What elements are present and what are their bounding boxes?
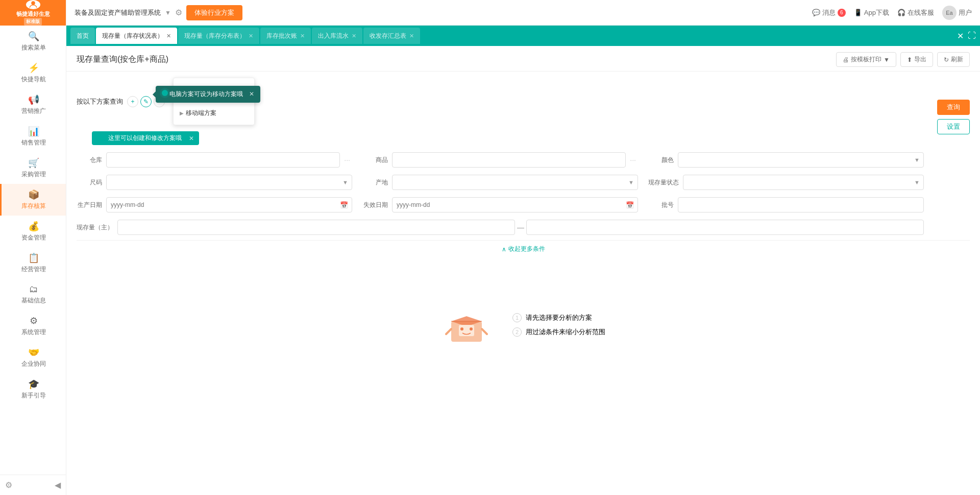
app-download-item[interactable]: 📱 App下载 [854, 8, 889, 17]
filter-size: 尺码 ▼ [77, 175, 352, 190]
page-title: 现存量查询(按仓库+商品) [77, 54, 168, 65]
goods-more-btn[interactable]: ··· [628, 156, 638, 164]
set-btn[interactable]: 设置 [937, 119, 970, 134]
warehouse-more-btn[interactable]: ··· [342, 156, 352, 164]
sidebar-item-finance[interactable]: 💰 资金管理 [0, 216, 66, 247]
sidebar-item-purchase[interactable]: 🛒 采购管理 [0, 152, 66, 184]
tab-receive-summary-label: 收发存汇总表 [370, 32, 406, 40]
online-support-item[interactable]: 🎧 在线客服 [897, 8, 934, 17]
tab-receive-summary[interactable]: 收发存汇总表 ✕ [363, 28, 420, 44]
basic-icon: 🗂 [29, 284, 38, 295]
avatar: Ea [942, 6, 957, 20]
range-separator: — [517, 223, 524, 231]
tab-fullscreen[interactable]: ⛶ [968, 31, 976, 41]
collapse-bar[interactable]: ∧ 收起更多条件 [77, 240, 970, 257]
tab-inout-flow-close[interactable]: ✕ [352, 33, 356, 39]
export-btn[interactable]: ⬆ 导出 [900, 52, 933, 67]
warehouse-input[interactable] [106, 152, 340, 168]
production-date-label: 生产日期 [77, 201, 102, 209]
filter-label: 按以下方案查询 [77, 97, 123, 106]
system-dropdown[interactable]: ▼ [165, 9, 171, 16]
enterprise-icon: 🤝 [28, 347, 39, 358]
stock-status-select[interactable] [683, 175, 924, 190]
tab-receive-summary-close[interactable]: ✕ [409, 33, 414, 39]
step-circle-1: 1 [512, 313, 522, 322]
tab-stock-status[interactable]: 现存量（库存状况表） ✕ [96, 28, 177, 44]
production-date-from[interactable] [106, 197, 352, 213]
sidebar-item-sales[interactable]: 📊 销售管理 [0, 121, 66, 152]
svg-point-6 [470, 327, 473, 331]
top-header: 装备及固定资产辅助管理系统 ▼ ⚙ 体验行业方案 💬 消息 6 📱 App下载 … [66, 0, 980, 26]
origin-select[interactable] [392, 175, 638, 190]
sidebar-item-basic[interactable]: 🗂 基础信息 [0, 279, 66, 310]
sidebar-item-quicknav[interactable]: ⚡ 快捷导航 [0, 57, 66, 89]
stock-status-select-wrap: ▼ [683, 175, 924, 190]
goods-input[interactable] [392, 152, 626, 168]
search-icon: 🔍 [28, 31, 39, 42]
tooltip-close-2[interactable]: ✕ [189, 135, 194, 142]
stock-main-from[interactable] [117, 220, 515, 235]
tooltip2-container: 这里可以创建和修改方案哦 ✕ [87, 131, 970, 145]
edit-icon: ✎ [143, 98, 149, 105]
expiry-date-input[interactable] [392, 197, 638, 213]
template-print-btn[interactable]: 🖨 按模板打印 ▼ [836, 52, 896, 67]
tab-close-all[interactable]: ✕ [957, 31, 964, 41]
warehouse-label: 仓库 [77, 156, 102, 164]
guide-dot-1 [162, 90, 168, 96]
sidebar-item-inventory[interactable]: 📦 库存核算 [0, 184, 66, 216]
collapse-sidebar-btn[interactable]: ◀ [55, 480, 61, 490]
step-1-text: 请先选择要分析的方案 [526, 313, 592, 322]
filter-color: 颜色 ▼ [648, 152, 924, 168]
empty-svg [441, 298, 492, 349]
tab-batch-account-close[interactable]: ✕ [300, 33, 305, 39]
stock-main-to[interactable] [526, 220, 924, 235]
app-tag: 标准版 [24, 18, 42, 26]
sidebar-item-system[interactable]: ⚙ 系统管理 [0, 310, 66, 342]
message-item[interactable]: 💬 消息 6 [812, 8, 846, 17]
tooltip-close-1[interactable]: ✕ [249, 90, 254, 98]
settings-btn[interactable]: ⚙ [5, 480, 12, 490]
header-settings-btn[interactable]: ⚙ [175, 8, 182, 17]
stock-status-label: 现存量状态 [648, 178, 679, 187]
guide-icon: 🎓 [28, 379, 39, 390]
sidebar-item-operations-label: 经营管理 [21, 265, 46, 274]
batch-no-input[interactable] [678, 197, 924, 213]
sidebar-item-enterprise[interactable]: 🤝 企业协同 [0, 342, 66, 373]
sidebar-item-quicknav-label: 快捷导航 [21, 75, 46, 84]
sidebar-item-marketing[interactable]: 📢 营销推广 [0, 89, 66, 121]
operations-icon: 📋 [28, 252, 39, 264]
template-print-dropdown[interactable]: ▼ [884, 56, 890, 63]
message-badge: 6 [838, 9, 846, 17]
mobile-scheme-group: ▶ 移动端方案 [174, 104, 254, 123]
svg-line-8 [482, 329, 487, 334]
empty-steps: 1 请先选择要分析的方案 2 用过滤条件来缩小分析范围 [512, 313, 605, 337]
tab-batch-account[interactable]: 库存批次账 ✕ [260, 28, 311, 44]
add-scheme-btn[interactable]: + [127, 96, 138, 107]
tab-stock-dist[interactable]: 现存量（库存分布表） ✕ [178, 28, 259, 44]
tab-stock-dist-close[interactable]: ✕ [249, 33, 253, 39]
sidebar-item-operations[interactable]: 📋 经营管理 [0, 247, 66, 279]
filter-goods: 商品 ··· [362, 152, 638, 168]
mobile-scheme-item[interactable]: ▶ 移动端方案 [174, 106, 254, 121]
scheme-tooltip-popup: 电脑方案可设为移动方案哦 ✕ [156, 86, 260, 103]
tab-home[interactable]: 首页 [70, 28, 95, 44]
user-item[interactable]: Ea 用户 [942, 6, 972, 20]
filter-row-1: 仓库 ··· 商品 ··· 颜色 [77, 150, 924, 173]
trial-btn[interactable]: 体验行业方案 [186, 5, 242, 20]
search-btn[interactable]: 查询 [937, 100, 970, 115]
edit-scheme-btn[interactable]: ✎ [140, 96, 152, 107]
size-select[interactable] [106, 175, 352, 190]
sidebar: 畅捷通好生意 标准版 🔍 搜索菜单 ⚡ 快捷导航 📢 营销推广 📊 销售管理 🛒… [0, 0, 66, 495]
tab-stock-status-close[interactable]: ✕ [166, 33, 171, 39]
guide-dot-2 [97, 135, 103, 142]
expiry-date-wrap: 📅 [392, 197, 638, 213]
tab-inout-flow[interactable]: 出入库流水 ✕ [312, 28, 362, 44]
refresh-btn[interactable]: ↻ 刷新 [937, 52, 970, 67]
filter-row-4: 现存量（主） — [77, 218, 924, 240]
sidebar-item-search[interactable]: 🔍 搜索菜单 [0, 26, 66, 57]
sidebar-item-guide[interactable]: 🎓 新手引导 [0, 373, 66, 405]
filter-warehouse: 仓库 ··· [77, 152, 352, 168]
color-select[interactable] [678, 152, 924, 168]
filter-section: 按以下方案查询 + ✎ ← 电脑方案可设为移动方案哦 ✕ [66, 72, 980, 257]
inventory-icon: 📦 [28, 189, 39, 200]
